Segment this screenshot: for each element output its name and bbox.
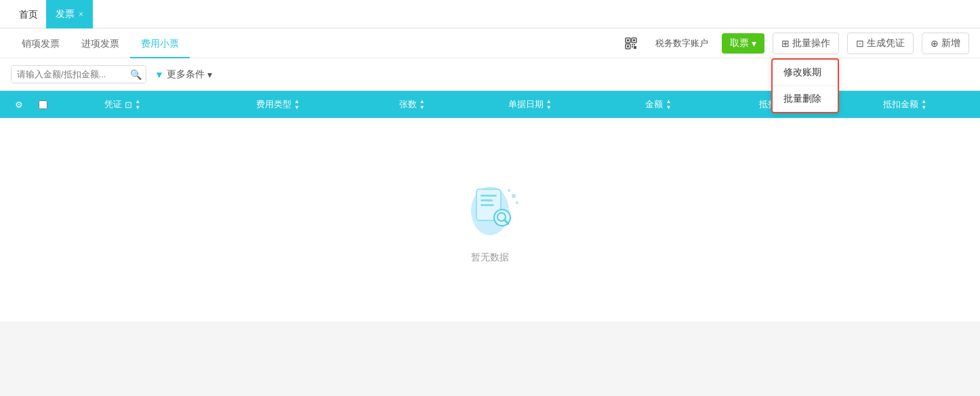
tab-sales[interactable]: 销项发票 <box>11 28 70 58</box>
tab-expense[interactable]: 费用小票 <box>130 28 190 58</box>
tab-incoming[interactable]: 进项发票 <box>70 28 130 58</box>
svg-point-20 <box>516 201 518 204</box>
select-all-checkbox[interactable] <box>39 100 47 109</box>
sub-nav-tabs: 销项发票 进项发票 费用小票 <box>11 28 190 58</box>
th-amount-label: 金额 <box>645 98 663 111</box>
batch-ops-dropdown-container: ⊞ 批量操作 修改账期 批量删除 <box>773 33 839 54</box>
svg-rect-1 <box>627 39 629 41</box>
qr-code-button[interactable] <box>620 33 642 54</box>
more-conditions-arrow: ▾ <box>207 69 212 80</box>
take-ticket-arrow: ▾ <box>752 38 756 49</box>
sort-up-icon: ▲ <box>294 99 300 104</box>
th-voucher-icon: ⊡ <box>125 100 132 110</box>
svg-rect-7 <box>634 44 635 45</box>
table-body: 暂无数据 <box>0 118 980 321</box>
svg-rect-13 <box>481 199 493 201</box>
th-count: 张数 ▲ ▼ <box>364 98 460 111</box>
expense-type-sort[interactable]: ▲ ▼ <box>294 99 300 111</box>
th-voucher: 凭证 ⊡ ▲ ▼ <box>53 98 192 111</box>
top-nav: 首页 发票 × <box>0 0 980 28</box>
search-icon[interactable]: 🔍 <box>130 69 142 80</box>
th-date: 单据日期 ▲ ▼ <box>460 98 600 111</box>
sort-down-icon: ▼ <box>294 105 300 111</box>
batch-ops-button[interactable]: ⊞ 批量操作 <box>773 33 839 54</box>
search-input-wrap: 🔍 <box>11 65 146 83</box>
sort-down-icon: ▼ <box>135 105 140 111</box>
sort-up-icon: ▲ <box>135 99 140 104</box>
sub-nav-actions: 税务数字账户 取票 ▾ ⊞ 批量操作 修改账期 批量删除 ⊡ 生成凭证 ⊕ 新增 <box>620 33 969 54</box>
add-new-button[interactable]: ⊕ 新增 <box>922 33 969 54</box>
voucher-sort[interactable]: ▲ ▼ <box>135 99 140 111</box>
take-ticket-label: 取票 <box>730 37 749 50</box>
th-expense-type-label: 费用类型 <box>256 98 291 111</box>
th-deduct-amount: 抵扣金额 ▲ ▼ <box>835 98 975 111</box>
svg-point-18 <box>512 194 516 198</box>
empty-state-icon <box>456 176 524 243</box>
svg-rect-9 <box>634 46 636 49</box>
more-conditions-button[interactable]: ▼ 更多条件 ▾ <box>155 68 212 81</box>
th-gear[interactable]: ⚙ <box>5 100 33 110</box>
th-voucher-label: 凭证 <box>104 98 122 111</box>
count-sort[interactable]: ▲ ▼ <box>420 99 425 111</box>
tax-account-button[interactable]: 税务数字账户 <box>650 37 714 50</box>
th-deduct-amount-label: 抵扣金额 <box>883 98 918 111</box>
take-ticket-button[interactable]: 取票 ▾ <box>722 33 764 54</box>
sort-up-icon: ▲ <box>921 99 926 104</box>
sort-up-icon: ▲ <box>666 99 671 104</box>
deduct-amount-sort[interactable]: ▲ ▼ <box>921 99 926 111</box>
batch-menu-modify-period[interactable]: 修改账期 <box>773 60 838 85</box>
svg-rect-12 <box>481 195 497 197</box>
generate-voucher-label: 生成凭证 <box>867 37 905 50</box>
batch-ops-icon: ⊞ <box>781 38 790 49</box>
batch-menu-batch-delete[interactable]: 批量删除 <box>773 86 838 112</box>
th-amount: 金额 ▲ ▼ <box>599 98 717 111</box>
sort-down-icon: ▼ <box>420 105 425 111</box>
th-expense-type: 费用类型 ▲ ▼ <box>192 98 364 111</box>
home-nav-item[interactable]: 首页 <box>11 0 46 28</box>
add-new-label: 新增 <box>941 37 960 50</box>
sort-down-icon: ▼ <box>921 105 926 111</box>
sub-nav: 销项发票 进项发票 费用小票 税务数字账户 取票 ▾ <box>0 28 980 58</box>
amount-sort[interactable]: ▲ ▼ <box>666 99 671 111</box>
qr-icon <box>624 37 638 50</box>
th-count-label: 张数 <box>399 98 417 111</box>
add-new-icon: ⊕ <box>931 38 939 49</box>
gear-icon: ⚙ <box>15 100 23 110</box>
generate-voucher-button[interactable]: ⊡ 生成凭证 <box>847 33 914 54</box>
svg-rect-5 <box>627 45 629 47</box>
invoice-tab-close[interactable]: × <box>79 9 83 19</box>
batch-ops-menu: 修改账期 批量删除 <box>771 58 839 113</box>
search-input[interactable] <box>12 66 146 83</box>
filter-icon: ▼ <box>155 69 164 80</box>
empty-state-text: 暂无数据 <box>471 252 509 264</box>
svg-rect-6 <box>632 44 633 45</box>
invoice-nav-tab[interactable]: 发票 × <box>46 0 93 28</box>
invoice-tab-label: 发票 <box>56 8 75 20</box>
svg-rect-14 <box>481 204 494 206</box>
th-date-label: 单据日期 <box>508 98 544 111</box>
svg-rect-3 <box>633 39 635 41</box>
sort-up-icon: ▲ <box>546 99 552 104</box>
sort-down-icon: ▼ <box>666 105 671 111</box>
svg-rect-8 <box>632 46 633 47</box>
batch-ops-label: 批量操作 <box>792 37 830 50</box>
th-checkbox <box>33 100 53 109</box>
sort-up-icon: ▲ <box>420 99 425 104</box>
more-conditions-label: 更多条件 <box>167 68 205 81</box>
generate-voucher-icon: ⊡ <box>856 38 864 49</box>
date-sort[interactable]: ▲ ▼ <box>546 99 552 111</box>
sort-down-icon: ▼ <box>546 105 552 111</box>
svg-point-19 <box>508 189 510 192</box>
